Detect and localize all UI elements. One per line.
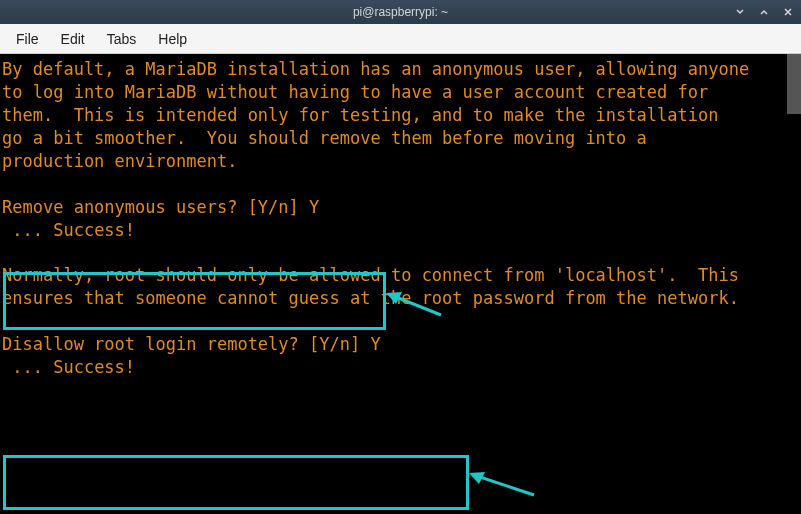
menu-edit[interactable]: Edit [51,27,95,51]
window-controls [733,0,795,24]
scrollbar-thumb[interactable] [787,54,801,114]
maximize-icon[interactable] [757,5,771,19]
terminal-line: ... Success! [2,220,135,240]
terminal-line: Disallow root login remotely? [Y/n] Y [2,334,381,354]
terminal-output[interactable]: By default, a MariaDB installation has a… [0,54,801,514]
terminal-line: them. This is intended only for testing,… [2,105,718,125]
terminal-line: to log into MariaDB without having to ha… [2,82,708,102]
menubar: File Edit Tabs Help [0,24,801,54]
terminal-line: production environment. [2,151,237,171]
terminal-line: By default, a MariaDB installation has a… [2,59,749,79]
terminal-line: ensures that someone cannot guess at the… [2,288,739,308]
terminal-line: go a bit smoother. You should remove the… [2,128,647,148]
window-title: pi@raspberrypi: ~ [353,5,448,19]
close-icon[interactable] [781,5,795,19]
terminal-line: Remove anonymous users? [Y/n] Y [2,197,319,217]
vertical-scrollbar[interactable] [787,54,801,514]
menu-tabs[interactable]: Tabs [97,27,147,51]
minimize-icon[interactable] [733,5,747,19]
menu-help[interactable]: Help [148,27,197,51]
menu-file[interactable]: File [6,27,49,51]
terminal-line: Normally, root should only be allowed to… [2,265,739,285]
terminal-line: ... Success! [2,357,135,377]
window-titlebar: pi@raspberrypi: ~ [0,0,801,24]
